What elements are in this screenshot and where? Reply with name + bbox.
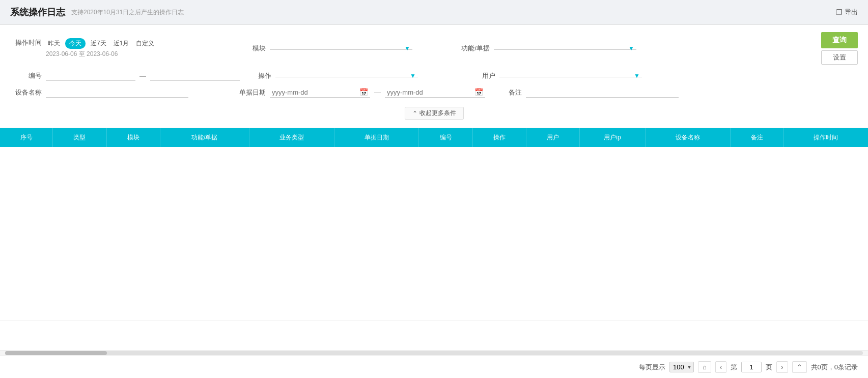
page-number-input[interactable] [741, 362, 762, 372]
col-index: 序号 [0, 128, 53, 147]
time-btn-1month[interactable]: 近1月 [111, 38, 131, 49]
filter-row-2: 编号 — 操作 ▼ 用户 ▼ [10, 71, 858, 81]
time-range-display: 2023-06-06 至 2023-06-06 [46, 50, 156, 59]
device-input[interactable] [46, 88, 188, 98]
per-page-label: 每页显示 [639, 363, 665, 372]
remark-label: 备注 [485, 88, 526, 97]
scrollbar-thumb[interactable] [5, 351, 107, 355]
pagination-bar: 每页显示 100 50 200 ▼ ⌂ ‹ 第 页 › ⌃ 共0页，0条记录 [0, 356, 868, 378]
col-module: 模块 [106, 128, 160, 147]
operation-label: 操作 [240, 71, 275, 80]
date-start-calendar-icon[interactable]: 📅 [359, 88, 368, 96]
table-header-row: 序号 类型 模块 功能/单据 业务类型 单据日期 编号 操作 用户 用户ip 设… [0, 128, 868, 147]
code-input-end[interactable] [150, 71, 240, 81]
code-label: 编号 [10, 71, 46, 80]
col-function: 功能/单据 [160, 128, 249, 147]
table-body [0, 147, 868, 320]
page-subtitle: 支持2020年10月31日之后产生的操作日志 [71, 8, 184, 17]
col-op-time: 操作时间 [783, 128, 868, 147]
page-size-wrapper: 100 50 200 ▼ [669, 362, 694, 372]
filter-row-3: 设备名称 单据日期 📅 — 📅 备注 [10, 87, 858, 98]
device-label: 设备名称 [10, 88, 46, 97]
col-code: 编号 [419, 128, 472, 147]
user-chevron-icon: ▼ [634, 72, 640, 79]
empty-row [0, 147, 868, 320]
page-prev-button[interactable]: ‹ [715, 361, 726, 373]
collapse-chevron-icon: ⌃ [412, 110, 417, 117]
module-label: 模块 [234, 44, 270, 53]
col-remark: 备注 [730, 128, 783, 147]
page-wrapper: 系统操作日志 支持2020年10月31日之后产生的操作日志 ❐ 导出 操作时间 … [0, 0, 868, 378]
col-operation: 操作 [472, 128, 526, 147]
page-first-button[interactable]: ⌂ [698, 361, 711, 373]
remark-input[interactable] [526, 88, 679, 98]
operation-chevron-icon: ▼ [410, 72, 416, 79]
collapse-bar: ⌃ 收起更多条件 [10, 104, 858, 125]
col-biz-type: 业务类型 [249, 128, 334, 147]
page-label: 第 [731, 363, 737, 372]
filter-row-1: 操作时间 昨天 今天 近7天 近1月 自定义 2023-06-06 至 2023… [10, 32, 858, 65]
time-btn-custom[interactable]: 自定义 [134, 38, 156, 49]
user-label: 用户 [459, 71, 499, 80]
page-header: 系统操作日志 支持2020年10月31日之后产生的操作日志 ❐ 导出 [0, 0, 868, 25]
date-end-input[interactable] [387, 89, 472, 96]
module-chevron-icon: ▼ [404, 45, 410, 52]
page-total: 共0页，0条记录 [811, 363, 858, 372]
date-range-end: 📅 [385, 87, 485, 98]
doc-date-label: 单据日期 [234, 88, 270, 97]
collapse-label: 收起更多条件 [419, 109, 456, 118]
time-btn-yesterday[interactable]: 昨天 [46, 38, 62, 49]
page-next-button[interactable]: › [776, 361, 788, 373]
function-chevron-icon: ▼ [628, 45, 634, 52]
filter-area: 操作时间 昨天 今天 近7天 近1月 自定义 2023-06-06 至 2023… [0, 25, 868, 128]
export-button[interactable]: ❐ 导出 [836, 8, 858, 17]
function-select[interactable]: ▼ [494, 47, 636, 50]
table-area: 序号 类型 模块 功能/单据 业务类型 单据日期 编号 操作 用户 用户ip 设… [0, 128, 868, 350]
date-end-calendar-icon[interactable]: 📅 [474, 88, 483, 96]
settings-button[interactable]: 设置 [821, 50, 858, 65]
col-user-ip: 用户ip [579, 128, 645, 147]
query-button[interactable]: 查询 [821, 32, 858, 48]
col-doc-date: 单据日期 [334, 128, 419, 147]
date-start-input[interactable] [272, 89, 357, 96]
col-type: 类型 [53, 128, 106, 147]
col-device: 设备名称 [646, 128, 731, 147]
module-select[interactable]: ▼ [270, 47, 412, 50]
action-btn-group: 查询 设置 [821, 32, 858, 65]
page-title: 系统操作日志 [10, 6, 65, 18]
code-input-start[interactable] [46, 71, 135, 81]
col-user: 用户 [526, 128, 579, 147]
time-btn-7days[interactable]: 近7天 [89, 38, 108, 49]
horizontal-scrollbar[interactable] [0, 350, 868, 356]
page-unit: 页 [766, 363, 772, 372]
date-dash: — [374, 89, 381, 96]
time-label: 操作时间 [10, 38, 46, 47]
export-icon: ❐ [836, 8, 843, 16]
user-select[interactable]: ▼ [499, 75, 642, 77]
empty-cell [0, 147, 868, 320]
function-label: 功能/单据 [453, 44, 494, 53]
collapse-button[interactable]: ⌃ 收起更多条件 [405, 107, 464, 120]
export-label: 导出 [845, 8, 858, 17]
page-size-select[interactable]: 100 50 200 [669, 362, 694, 372]
time-btn-today[interactable]: 今天 [65, 38, 86, 49]
page-last-button[interactable]: ⌃ [792, 361, 807, 373]
date-range-start: 📅 [270, 87, 370, 98]
code-dash: — [139, 72, 146, 80]
time-buttons: 昨天 今天 近7天 近1月 自定义 [46, 38, 156, 49]
data-table: 序号 类型 模块 功能/单据 业务类型 单据日期 编号 操作 用户 用户ip 设… [0, 128, 868, 321]
scrollbar-track [5, 351, 863, 355]
operation-select[interactable]: ▼ [275, 75, 418, 77]
time-filter-group: 昨天 今天 近7天 近1月 自定义 2023-06-06 至 2023-06-0… [46, 38, 156, 59]
